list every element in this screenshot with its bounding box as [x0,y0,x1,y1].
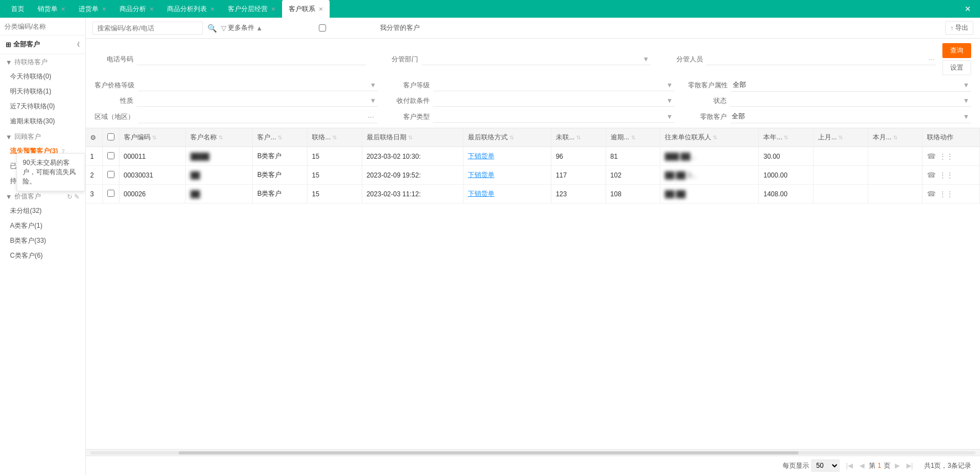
person-select[interactable]: ··· [706,54,936,65]
row-select-2[interactable] [107,190,114,197]
zero-customer-select[interactable]: 全部 ▼ [730,110,971,123]
tab-customer-contact[interactable]: 客户联系 ✕ [282,0,330,18]
tab-goods-analysis-close[interactable]: ✕ [149,6,154,12]
zero-attr-select[interactable]: 全部 ▼ [731,79,971,92]
tab-customer-contact-close[interactable]: ✕ [319,6,323,12]
col-header-last-month[interactable]: 上月... ⇅ [814,128,868,147]
nature-select[interactable]: ▼ [137,95,378,107]
per-page-select[interactable]: 50 100 200 [811,460,840,472]
price-tier-select[interactable]: ▼ [138,80,378,91]
row-select-0[interactable] [107,152,114,159]
action-more-icon-0[interactable]: ⋮⋮ [939,152,953,160]
tab-goods-list[interactable]: 商品分析列表 ✕ [160,0,221,18]
sidebar-item-ungrouped[interactable]: 未分组(32) [0,203,85,218]
sidebar-search-input[interactable] [4,23,86,30]
sidebar-item-class-b[interactable]: B类客户(33) [0,233,85,248]
scroll-thumb[interactable] [179,451,799,455]
action-contact-icon-1[interactable]: ☎ [927,171,936,179]
col-header-code[interactable]: 客户编码 ⇅ [119,128,186,147]
tab-purchase-close[interactable]: ✕ [102,6,106,12]
status-select[interactable]: ▼ [730,95,971,107]
customer-tier-select[interactable]: ▼ [433,80,674,91]
col-header-unit-contact[interactable]: 往来单位联系人 ⇅ [660,128,759,147]
col-header-contact-count[interactable]: 联络... ⇅ [307,128,362,147]
my-customers-checkbox-group[interactable]: 我分管的客户 [267,23,420,33]
sidebar-item-today[interactable]: 今天待联络(0) [0,69,85,84]
tab-customer-tier[interactable]: 客户分层经营 ✕ [221,0,282,18]
horizontal-scrollbar[interactable] [86,449,980,456]
action-contact-icon-2[interactable]: ☎ [927,190,936,198]
phone-input[interactable] [137,54,366,65]
col-header-overdue[interactable]: 逾期... ⇅ [606,128,660,147]
tab-goods-analysis[interactable]: 商品分析 ✕ [113,0,160,18]
sidebar-item-tomorrow[interactable]: 明天待联络(1) [0,84,85,99]
sidebar-item-class-c[interactable]: C类客户(6) [0,248,85,263]
sidebar-section-review[interactable]: ▼ 回顾客户 [0,129,85,144]
col-header-last-date[interactable]: 最后联络日期 ⇅ [362,128,463,147]
person-dots[interactable]: ··· [929,55,934,63]
checkbox-column-header[interactable] [102,128,119,147]
row-name-1: ██ [186,166,253,185]
last-method-link-2[interactable]: 下销货单 [468,190,494,197]
row-checkbox-1[interactable] [102,166,119,185]
last-page-button[interactable]: ▶| [904,461,915,471]
row-last-method-1[interactable]: 下销货单 [463,166,551,185]
status-label: 状态 [688,96,727,106]
row-index-1: 2 [86,166,102,185]
collapse-icon[interactable]: 《 [74,41,80,49]
row-last-method-2[interactable]: 下销货单 [463,185,551,203]
col-header-this-month[interactable]: 本月... ⇅ [868,128,922,147]
tab-home[interactable]: 首页 [4,0,31,18]
row-select-1[interactable] [107,171,114,178]
window-close-button[interactable]: ✕ [960,4,976,13]
dept-select[interactable]: ▼ [421,54,651,65]
row-checkbox-2[interactable] [102,185,119,203]
col-header-last-method[interactable]: 最后联络方式 ⇅ [463,128,551,147]
query-button[interactable]: 查询 [942,43,971,58]
data-table: ⚙ 客户编码 ⇅ 客户名称 [86,128,980,203]
tomorrow-label: 明天待联络(1) [10,87,51,96]
sidebar-section-pending[interactable]: ▼ 待联络客户 [0,54,85,69]
more-conditions-btn[interactable]: ▽ 更多条件 ▲ [221,23,263,33]
edit-icon[interactable]: ✎ [74,193,80,201]
tab-sales[interactable]: 销货单 ✕ [31,0,72,18]
next-page-button[interactable]: ▶ [893,461,902,471]
select-all-checkbox[interactable] [107,133,114,140]
action-more-icon-1[interactable]: ⋮⋮ [939,171,953,179]
col-header-name[interactable]: 客户名称 ⇅ [186,128,253,147]
first-page-button[interactable]: |◀ [844,461,855,471]
settings-column-header[interactable]: ⚙ [86,128,102,147]
customer-type-select[interactable]: ▼ [433,111,674,123]
settings-button[interactable]: 设置 [942,60,971,75]
action-contact-icon-0[interactable]: ☎ [927,152,936,160]
row-last-method-0[interactable]: 下销货单 [463,147,551,166]
last-method-link-1[interactable]: 下销货单 [468,171,494,179]
settings-icon[interactable]: ⚙ [90,134,96,142]
col-header-year-amount[interactable]: 本年... ⇅ [759,128,814,147]
prev-page-button[interactable]: ◀ [857,461,867,471]
action-more-icon-2[interactable]: ⋮⋮ [939,190,953,198]
sidebar-item-7days[interactable]: 近7天待联络(0) [0,99,85,114]
tab-purchase[interactable]: 进货单 ✕ [72,0,113,18]
row-checkbox-0[interactable] [102,147,119,166]
refresh-icon[interactable]: ↻ [67,193,72,201]
sidebar-item-overdue[interactable]: 逾期未联络(30) [0,114,85,129]
tab-customer-contact-label: 客户联系 [289,4,315,14]
search-button[interactable]: 🔍 [207,24,217,33]
sidebar-all-customers[interactable]: ⊞ 全部客户 《 [0,35,85,54]
export-button[interactable]: ↑ 导出 [945,21,973,35]
tab-customer-tier-close[interactable]: ✕ [271,6,275,12]
region-dots[interactable]: ··· [366,112,377,121]
region-select[interactable]: ··· [138,111,378,123]
payment-select[interactable]: ▼ [433,95,674,107]
search-input[interactable] [92,22,203,35]
tab-sales-close[interactable]: ✕ [61,6,65,12]
tab-goods-list-close[interactable]: ✕ [210,6,215,12]
last-method-link-0[interactable]: 下销货单 [468,152,494,160]
my-customers-checkbox[interactable] [267,24,378,32]
sort-icon-overdue: ⇅ [631,134,635,140]
col-header-uncontacted[interactable]: 未联... ⇅ [551,128,606,147]
col-header-type[interactable]: 客户... ⇅ [253,128,307,147]
sidebar-item-class-a[interactable]: A类客户(1) [0,218,85,233]
scroll-track[interactable] [90,451,976,455]
